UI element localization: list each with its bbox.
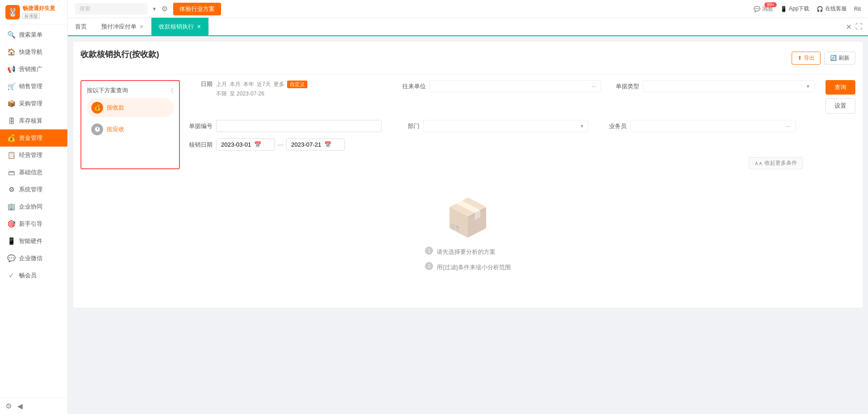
headset-icon: 🎧: [816, 6, 823, 12]
sidebar-item-quick-nav[interactable]: 🏠 快捷导航: [0, 43, 67, 61]
scheme-selector: 按以下方案查询 《 💰 按收款 🕐 按应收: [80, 80, 180, 169]
sidebar-item-marketing[interactable]: 📢 营销推广: [0, 61, 67, 78]
export-button[interactable]: ⬆ 导出: [792, 52, 821, 65]
page: 收款核销执行(按收款) ⬆ 导出 🔄 刷新 按以下方: [73, 42, 863, 308]
topbar-search-box[interactable]: 搜索: [75, 3, 147, 14]
tab-receipts-close[interactable]: ✕: [197, 24, 201, 30]
step1-num: 1: [425, 247, 433, 255]
scheme-by-receipt[interactable]: 💰 按收款: [87, 98, 174, 117]
tab-receipts[interactable]: 收款核销执行 ✕: [151, 18, 209, 36]
inventory-icon: 🗄: [7, 117, 15, 125]
purchase-icon: 📦: [7, 100, 15, 108]
partner-dots-icon[interactable]: ···: [591, 83, 596, 90]
sidebar-item-label: 快捷导航: [19, 48, 42, 56]
sidebar-item-purchase[interactable]: 📦 采购管理: [0, 95, 67, 112]
sales-icon: 🛒: [7, 82, 15, 90]
date-shortcut-this-year[interactable]: 本年: [243, 81, 254, 88]
verify-date-start-input[interactable]: 2023-03-01 📅: [216, 138, 275, 151]
online-service-button[interactable]: 🎧 在线客服: [816, 5, 847, 13]
sidebar-item-wechat[interactable]: 💬 企业微信: [0, 250, 67, 267]
logo-name: 畅捷通好生意: [23, 5, 55, 12]
empty-tip2: 用[过滤]条件来缩小分析范围: [437, 262, 510, 273]
app-download-button[interactable]: 📱 App下载: [780, 5, 809, 13]
system-icon: ⚙: [7, 186, 15, 194]
date-shortcut-this-month[interactable]: 本月: [230, 81, 241, 88]
sidebar-item-enterprise[interactable]: 🏢 企业协同: [0, 198, 67, 215]
sidebar-item-search[interactable]: 🔍 搜索菜单: [0, 26, 67, 43]
date-shortcut-custom[interactable]: 自定义: [287, 81, 307, 88]
filter-panel: 按以下方案查询 《 💰 按收款 🕐 按应收: [80, 74, 855, 169]
query-button[interactable]: 查询: [826, 80, 855, 95]
sidebar-bottom: ⚙ ◀: [0, 398, 67, 414]
collapse-more-button[interactable]: ∧∧ 收起更多条件: [749, 157, 803, 169]
receivable-icon: 🕐: [91, 124, 103, 135]
topbar-gear-icon[interactable]: ⚙: [161, 5, 168, 13]
message-button[interactable]: 💬 消息 99+: [754, 5, 773, 13]
staff-label: 业务员: [599, 122, 627, 130]
sidebar-item-sales[interactable]: 🛒 销售管理: [0, 78, 67, 95]
tab-prepay-label: 预付冲应付单: [101, 23, 137, 31]
partner-label: 往来单位: [399, 82, 426, 90]
tab-expand-icon[interactable]: ⛶: [855, 23, 863, 31]
verify-date-end-cal-icon[interactable]: 📅: [324, 141, 331, 148]
scheme-by-receivable[interactable]: 🕐 按应收: [87, 120, 174, 139]
department-select[interactable]: ▾: [423, 120, 589, 132]
sidebar-item-guide[interactable]: 🎯 新手引导: [0, 215, 67, 233]
verify-date-label: 核销日期: [185, 141, 212, 149]
date-shortcut-last-month[interactable]: 上月: [216, 81, 227, 88]
partner-input[interactable]: ···: [429, 80, 601, 92]
settings-button[interactable]: 设置: [826, 98, 855, 114]
empty-image: 📦: [445, 196, 491, 239]
operations-icon: 📋: [7, 151, 15, 159]
doc-no-label: 单据编号: [185, 122, 212, 130]
funds-icon: 💰: [7, 134, 15, 142]
logo-tag: 标准版: [23, 13, 40, 19]
settings-bottom-icon[interactable]: ⚙: [5, 402, 12, 410]
sidebar-item-label: 基础信息: [19, 168, 42, 176]
refresh-button[interactable]: 🔄 刷新: [824, 52, 855, 65]
scheme-title: 按以下方案查询: [87, 86, 128, 95]
sidebar-item-hardware[interactable]: 📱 智能硬件: [0, 233, 67, 250]
enterprise-icon: 🏢: [7, 203, 15, 211]
message-badge: 99+: [764, 2, 777, 7]
collapse-more-label: 收起更多条件: [764, 159, 797, 167]
staff-dots-icon[interactable]: ···: [786, 123, 791, 129]
sidebar-item-label: 采购管理: [19, 100, 42, 108]
basic-info-icon: 🗃: [7, 169, 15, 176]
doc-no-input[interactable]: [216, 120, 382, 132]
date-shortcuts: 上月 本月 本年 近7天 更多 自定义: [216, 81, 307, 88]
export-label: 导出: [804, 54, 815, 62]
solution-button[interactable]: 体验行业方案: [173, 3, 221, 15]
sidebar-item-basic-info[interactable]: 🗃 基础信息: [0, 164, 67, 181]
sidebar-item-operations[interactable]: 📋 经营管理: [0, 147, 67, 164]
marketing-icon: 📢: [7, 65, 15, 73]
doc-type-select[interactable]: ▾: [643, 80, 815, 92]
empty-tip1: 请先选择要分析的方案: [437, 246, 495, 258]
sidebar-logo: 🐰 畅捷通好生意 标准版: [0, 0, 67, 24]
tab-home[interactable]: 首页: [68, 18, 94, 36]
tab-prepay-close[interactable]: ✕: [139, 24, 144, 30]
verify-date-end-input[interactable]: 2023-07-21 📅: [286, 138, 345, 151]
tab-prepay[interactable]: 预付冲应付单 ✕: [94, 18, 151, 36]
doc-type-label: 单据类型: [612, 82, 639, 90]
tab-close-all-icon[interactable]: ✕: [846, 23, 852, 31]
topbar: 搜索 ▾ ⚙ 体验行业方案 💬 消息 99+ 📱 App下载 🎧 在线客服 Ri…: [68, 0, 868, 18]
sidebar-item-inventory[interactable]: 🗄 库存核算: [0, 112, 67, 129]
date-to-text: 至 2023-07-26: [230, 90, 264, 98]
verify-date-start-cal-icon[interactable]: 📅: [254, 141, 261, 148]
sidebar-nav: 🔍 搜索菜单 🏠 快捷导航 📢 营销推广 🛒 销售管理 📦 采购管理 🗄 库存核…: [0, 24, 67, 398]
collapse-sidebar-button[interactable]: ◀: [17, 402, 23, 410]
user-name[interactable]: Rit: [854, 6, 861, 12]
date-shortcut-7days[interactable]: 近7天: [257, 81, 271, 88]
hardware-icon: 📱: [7, 237, 15, 245]
sidebar-item-system[interactable]: ⚙ 系统管理: [0, 181, 67, 198]
sidebar-item-member[interactable]: ✓ 畅会员: [0, 267, 67, 284]
date-shortcut-more[interactable]: 更多: [274, 81, 284, 88]
page-actions: ⬆ 导出 🔄 刷新: [792, 52, 855, 65]
scheme-collapse-icon[interactable]: 《: [168, 86, 174, 95]
sidebar-item-funds[interactable]: 💰 资金管理: [0, 129, 67, 147]
sidebar-item-label: 搜索菜单: [19, 31, 42, 39]
topbar-chevron-icon[interactable]: ▾: [153, 5, 156, 12]
staff-input[interactable]: ···: [630, 120, 796, 132]
app-label: App下载: [789, 5, 809, 13]
